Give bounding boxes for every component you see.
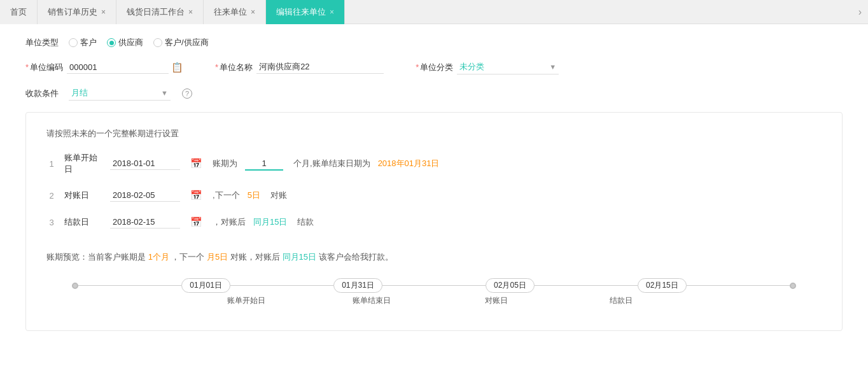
name-input[interactable] bbox=[256, 61, 384, 74]
payment-label: 收款条件 bbox=[25, 88, 59, 99]
preview-part2: ，下一个 bbox=[171, 252, 204, 262]
row-label-1: 账单开始日 bbox=[64, 152, 102, 175]
timeline-badge-1: 01月01日 bbox=[181, 278, 230, 293]
timeline-node-4: 02月15日 bbox=[638, 278, 687, 293]
timeline-badge-2: 01月31日 bbox=[333, 278, 382, 293]
row-label-2: 对账日 bbox=[64, 190, 102, 201]
payment-value: 月结 bbox=[71, 87, 161, 99]
date-input-2[interactable] bbox=[110, 189, 180, 202]
tab-close-partner[interactable]: × bbox=[251, 8, 255, 17]
tab-edit-partner[interactable]: 编辑往来单位 × bbox=[266, 0, 345, 24]
unit-type-radio-group: 客户 供应商 客户/供应商 bbox=[69, 37, 209, 48]
tab-cash-work[interactable]: 钱货日清工作台 × bbox=[116, 0, 204, 24]
tab-sales-history[interactable]: 销售订单历史 × bbox=[38, 0, 116, 24]
unit-type-row: 单位类型 客户 供应商 客户/供应商 bbox=[25, 37, 843, 48]
row-highlight-3: 同月15日 bbox=[253, 216, 287, 228]
preview-part4: 对账，对账后 bbox=[230, 252, 280, 262]
timeline-badge-4: 02月15日 bbox=[638, 278, 687, 293]
radio-circle-supplier bbox=[107, 38, 116, 47]
unit-type-label: 单位类型 bbox=[25, 37, 59, 48]
card-title: 请按照未来的一个完整帐期进行设置 bbox=[46, 128, 822, 139]
settings-card: 请按照未来的一个完整帐期进行设置 1 账单开始日 📅 账期为 个月,账单结束日期… bbox=[25, 112, 843, 331]
tab-close-cash-work[interactable]: × bbox=[188, 8, 193, 17]
timeline-labels: 账单开始日 账单结束日 对账日 结款日 bbox=[59, 295, 809, 306]
radio-label-customer: 客户 bbox=[80, 37, 97, 48]
tab-close-sales-history[interactable]: × bbox=[101, 8, 106, 17]
preview-label: 账期预览：当前客户账期是 bbox=[46, 252, 146, 262]
timeline-spacer-3 bbox=[382, 285, 486, 286]
timeline-node-1: 01月01日 bbox=[181, 278, 230, 293]
code-required: * bbox=[25, 62, 29, 72]
calendar-icon-1[interactable]: 📅 bbox=[190, 158, 202, 169]
category-chevron-icon: ▼ bbox=[549, 63, 556, 71]
timeline-spacer-1 bbox=[78, 285, 181, 286]
row-desc-2a: ,下一个 bbox=[213, 190, 240, 201]
timeline-node-2: 01月31日 bbox=[333, 278, 382, 293]
row-num-2: 2 bbox=[46, 191, 57, 201]
preview-pay-day: 同月15日 bbox=[283, 252, 316, 262]
timeline-start-dot bbox=[72, 283, 78, 289]
category-field-group: * 单位分类 未分类 ▼ bbox=[416, 60, 559, 74]
payment-chevron-icon: ▼ bbox=[161, 89, 168, 97]
row-desc-3a: ，对账后 bbox=[213, 216, 246, 228]
setting-row-3: 3 结款日 📅 ，对账后 同月15日 结款 bbox=[46, 216, 822, 229]
radio-label-supplier: 供应商 bbox=[118, 37, 143, 48]
row-desc-2b: 对账 bbox=[270, 190, 287, 201]
setting-row-1: 1 账单开始日 📅 账期为 个月,账单结束日期为 2018年01月31日 bbox=[46, 152, 822, 175]
timeline: 01月01日 01月31日 02月05日 02月15日 bbox=[72, 278, 796, 293]
radio-label-both: 客户/供应商 bbox=[165, 37, 209, 48]
copy-icon[interactable]: 📋 bbox=[171, 62, 183, 73]
timeline-label-1: 账单开始日 bbox=[227, 295, 265, 306]
tab-home[interactable]: 首页 bbox=[0, 0, 38, 24]
category-select[interactable]: 未分类 ▼ bbox=[457, 60, 559, 74]
calendar-icon-3[interactable]: 📅 bbox=[190, 216, 202, 228]
code-input[interactable] bbox=[67, 61, 169, 74]
timeline-spacer-5 bbox=[687, 285, 790, 286]
radio-supplier[interactable]: 供应商 bbox=[107, 37, 143, 48]
calendar-icon-2[interactable]: 📅 bbox=[190, 190, 202, 201]
timeline-badge-3: 02月05日 bbox=[486, 278, 535, 293]
main-content: 单位类型 客户 供应商 客户/供应商 * 单位编码 📋 * 单位名称 bbox=[0, 24, 868, 387]
row-desc-prefix-1: 账期为 bbox=[213, 158, 237, 169]
radio-both[interactable]: 客户/供应商 bbox=[153, 37, 209, 48]
row-desc-3b: 结款 bbox=[297, 216, 314, 228]
radio-circle-customer bbox=[69, 38, 78, 47]
preview-text: 账期预览：当前客户账期是 1个月 ，下一个 月5日 对账，对账后 同月15日 该… bbox=[46, 251, 822, 263]
category-required: * bbox=[416, 62, 419, 72]
row-highlight-2: 5日 bbox=[248, 190, 260, 201]
payment-row: 收款条件 月结 ▼ ? bbox=[25, 86, 843, 101]
date-input-3[interactable] bbox=[110, 216, 180, 229]
tab-partner[interactable]: 往来单位 × bbox=[204, 0, 266, 24]
category-label: 单位分类 bbox=[420, 62, 453, 73]
name-label: 单位名称 bbox=[220, 62, 253, 73]
preview-months: 1个月 bbox=[148, 252, 169, 262]
name-field-group: * 单位名称 bbox=[215, 61, 384, 74]
code-label: 单位编码 bbox=[30, 62, 63, 73]
payment-select[interactable]: 月结 ▼ bbox=[69, 86, 171, 101]
row-num-3: 3 bbox=[46, 218, 57, 227]
row-label-3: 结款日 bbox=[64, 216, 102, 228]
name-required: * bbox=[215, 62, 218, 72]
preview-day: 月5日 bbox=[207, 252, 228, 262]
tab-expand-button[interactable]: › bbox=[852, 6, 868, 18]
timeline-spacer-4 bbox=[535, 285, 638, 286]
months-input[interactable] bbox=[245, 157, 283, 171]
preview-section: 账期预览：当前客户账期是 1个月 ，下一个 月5日 对账，对账后 同月15日 该… bbox=[46, 243, 822, 315]
row-desc-suffix-1: 个月,账单结束日期为 bbox=[293, 158, 370, 169]
timeline-end-dot bbox=[790, 283, 796, 289]
timeline-wrapper: 01月01日 01月31日 02月05日 02月15日 bbox=[46, 278, 822, 306]
row-num-1: 1 bbox=[46, 159, 57, 169]
tab-close-edit-partner[interactable]: × bbox=[330, 8, 334, 17]
preview-part6: 该客户会给我打款。 bbox=[319, 252, 393, 262]
code-field-group: * 单位编码 📋 bbox=[25, 61, 183, 74]
timeline-spacer-2 bbox=[230, 285, 333, 286]
radio-circle-both bbox=[153, 38, 162, 47]
radio-customer[interactable]: 客户 bbox=[69, 37, 97, 48]
tab-bar: 首页 销售订单历史 × 钱货日清工作台 × 往来单位 × 编辑往来单位 × › bbox=[0, 0, 868, 24]
help-icon[interactable]: ? bbox=[182, 88, 192, 99]
end-date-highlight: 2018年01月31日 bbox=[378, 158, 440, 169]
timeline-label-2: 账单结束日 bbox=[353, 295, 391, 306]
code-name-category-row: * 单位编码 📋 * 单位名称 * 单位分类 未分类 ▼ bbox=[25, 60, 843, 74]
date-input-1[interactable] bbox=[110, 157, 180, 170]
timeline-label-4: 结款日 bbox=[610, 295, 633, 306]
